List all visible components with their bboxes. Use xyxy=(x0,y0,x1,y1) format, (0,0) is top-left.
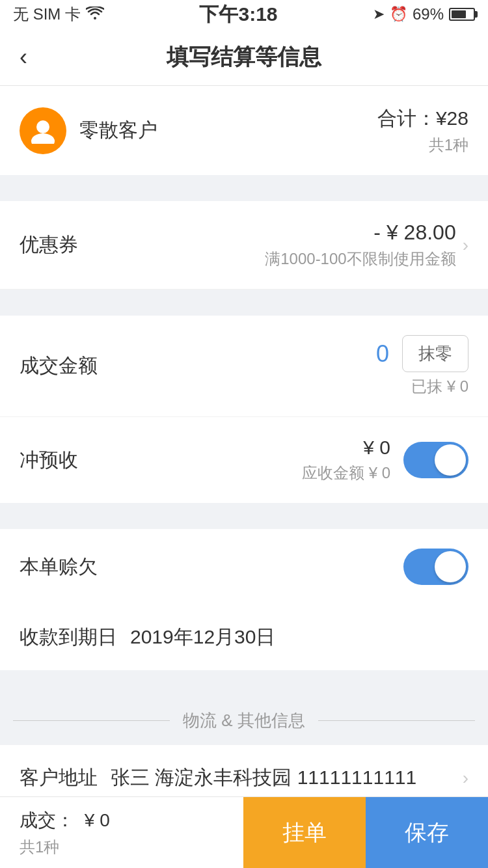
prepay-value-area: ¥ 0 应收金额 ¥ 0 xyxy=(302,437,468,483)
coupon-section: 优惠券 - ¥ 28.00 满1000-100不限制使用金额 › xyxy=(0,201,488,290)
prepay-toggle[interactable] xyxy=(403,442,468,478)
address-label: 客户地址 xyxy=(20,765,98,791)
prepay-row: 冲预收 ¥ 0 应收金额 ¥ 0 xyxy=(0,417,488,503)
credit-section: 本单赊欠 收款到期日 2019年12月30日 xyxy=(0,529,488,670)
address-value: 张三 海淀永丰科技园 11111111111 xyxy=(111,765,463,791)
bottom-deal-amount: ¥ 0 xyxy=(85,810,110,830)
customer-left: 零散客户 xyxy=(20,107,157,154)
credit-label: 本单赊欠 xyxy=(20,554,98,580)
round-off-button[interactable]: 抹零 xyxy=(402,335,468,372)
content: 零散客户 合计：¥28 共1种 优惠券 - ¥ 28.00 满1000-100不… xyxy=(0,86,488,868)
divider-line-right xyxy=(318,720,475,721)
alarm-icon: ⏰ xyxy=(390,6,407,23)
logistics-divider: 物流 & 其他信息 xyxy=(0,696,488,745)
svg-point-0 xyxy=(36,120,49,133)
coupon-chevron-icon: › xyxy=(463,235,468,256)
hold-button[interactable]: 挂单 xyxy=(243,797,366,869)
deal-sub-label: 已抹 ¥ 0 xyxy=(411,376,468,397)
svg-point-1 xyxy=(31,133,55,144)
deal-amount-label: 成交金额 xyxy=(20,353,98,379)
due-date-label: 收款到期日 xyxy=(20,624,117,651)
nav-bar: ‹ 填写结算等信息 xyxy=(0,29,488,86)
bottom-deal-row: 成交： ¥ 0 xyxy=(20,808,224,833)
coupon-label: 优惠券 xyxy=(20,232,78,258)
carrier-text: 无 SIM 卡 xyxy=(13,4,81,25)
deal-amount-value: 0 xyxy=(376,340,389,368)
divider-line-left xyxy=(13,720,170,721)
status-left: 无 SIM 卡 xyxy=(13,4,104,25)
total-count: 共1种 xyxy=(377,135,468,156)
credit-row: 本单赊欠 xyxy=(0,529,488,604)
customer-total: 合计：¥28 共1种 xyxy=(377,105,468,156)
bottom-bar: 成交： ¥ 0 共1种 挂单 保存 xyxy=(0,796,488,868)
battery-bar xyxy=(449,8,475,21)
coupon-info: - ¥ 28.00 满1000-100不限制使用金额 xyxy=(265,221,455,269)
page-title: 填写结算等信息 xyxy=(167,42,321,72)
address-chevron-icon: › xyxy=(463,768,468,789)
customer-row[interactable]: 零散客户 合计：¥28 共1种 xyxy=(0,86,488,175)
battery-percent: 69% xyxy=(413,5,444,23)
status-time: 下午3:18 xyxy=(199,1,277,28)
coupon-right: - ¥ 28.00 满1000-100不限制使用金额 › xyxy=(265,221,468,269)
deal-amount-row: 成交金额 0 抹零 已抹 ¥ 0 xyxy=(0,316,488,417)
due-date-row[interactable]: 收款到期日 2019年12月30日 xyxy=(0,604,488,670)
battery-fill xyxy=(452,10,466,18)
save-button[interactable]: 保存 xyxy=(366,797,488,869)
coupon-desc: 满1000-100不限制使用金额 xyxy=(265,249,455,269)
toggle-knob xyxy=(435,444,466,476)
prepay-right: ¥ 0 应收金额 ¥ 0 xyxy=(302,437,390,483)
logistics-title: 物流 & 其他信息 xyxy=(183,709,305,732)
due-date-value: 2019年12月30日 xyxy=(130,624,275,651)
deal-section: 成交金额 0 抹零 已抹 ¥ 0 冲预收 ¥ 0 应收金额 ¥ 0 xyxy=(0,316,488,503)
avatar xyxy=(20,107,66,154)
bottom-count: 共1种 xyxy=(20,837,224,858)
bottom-info: 成交： ¥ 0 共1种 xyxy=(0,808,243,858)
coupon-row[interactable]: 优惠券 - ¥ 28.00 满1000-100不限制使用金额 › xyxy=(0,201,488,290)
status-right: ➤ ⏰ 69% xyxy=(373,5,475,23)
customer-name: 零散客户 xyxy=(79,117,157,144)
prepay-amount: ¥ 0 xyxy=(302,437,390,459)
customer-section: 零散客户 合计：¥28 共1种 xyxy=(0,86,488,175)
deal-amount-value-area: 0 抹零 xyxy=(376,335,468,372)
location-icon: ➤ xyxy=(373,6,385,23)
divider-1 xyxy=(0,188,488,201)
credit-toggle-knob xyxy=(435,551,466,582)
divider-3 xyxy=(0,516,488,529)
divider-4 xyxy=(0,683,488,696)
coupon-amount: - ¥ 28.00 xyxy=(265,221,455,245)
status-bar: 无 SIM 卡 下午3:18 ➤ ⏰ 69% xyxy=(0,0,488,29)
bottom-deal-label: 成交： xyxy=(20,810,74,830)
wifi-icon xyxy=(86,5,104,23)
prepay-sub: 应收金额 ¥ 0 xyxy=(302,463,390,483)
total-amount: 合计：¥28 xyxy=(377,105,468,132)
back-button[interactable]: ‹ xyxy=(20,44,27,71)
credit-toggle[interactable] xyxy=(403,549,468,585)
deal-amount-right: 0 抹零 已抹 ¥ 0 xyxy=(376,335,468,397)
prepay-label: 冲预收 xyxy=(20,447,78,474)
divider-2 xyxy=(0,303,488,316)
